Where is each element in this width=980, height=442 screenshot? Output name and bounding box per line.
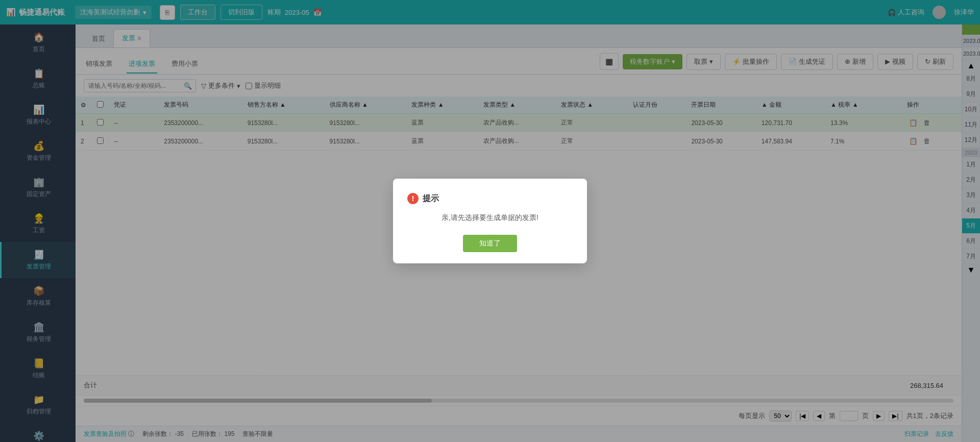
modal-confirm-button[interactable]: 知道了 [463, 235, 517, 252]
modal-warning-icon: ! [407, 193, 419, 204]
modal-footer: 知道了 [407, 235, 573, 252]
modal-body: 亲,请先选择要生成单据的发票! [407, 213, 573, 223]
modal-overlay: ! 提示 亲,请先选择要生成单据的发票! 知道了 [0, 0, 980, 442]
modal-box: ! 提示 亲,请先选择要生成单据的发票! 知道了 [393, 179, 587, 263]
modal-title: ! 提示 [407, 193, 573, 204]
modal-title-text: 提示 [423, 193, 439, 204]
modal-message: 亲,请先选择要生成单据的发票! [442, 213, 538, 222]
